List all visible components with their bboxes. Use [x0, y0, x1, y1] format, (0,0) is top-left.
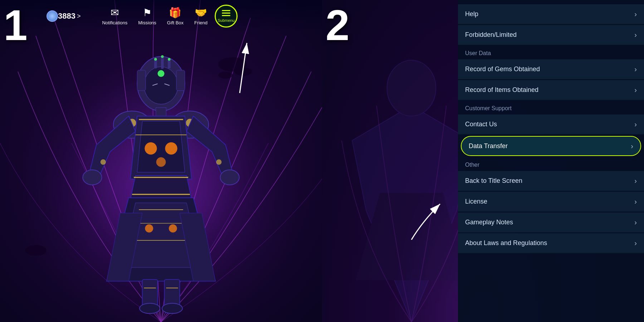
- menu-panel: Help › Forbidden/Limited › User Data Rec…: [458, 0, 644, 322]
- record-gems-arrow: ›: [634, 65, 637, 73]
- svg-rect-12: [176, 70, 185, 91]
- svg-point-34: [169, 224, 177, 233]
- currency-amount: 3883: [58, 11, 75, 21]
- friend-icon: 🤝: [195, 7, 207, 19]
- menu-item-back-to-title[interactable]: Back to Title Screen ›: [458, 171, 644, 191]
- arrow-to-submenu: [186, 29, 258, 100]
- submenu-label: Submenu: [218, 18, 234, 23]
- forbidden-label: Forbidden/Limited: [465, 31, 517, 39]
- gameplay-notes-arrow: ›: [634, 218, 637, 226]
- gift-box-label: Gift Box: [167, 20, 184, 25]
- svg-point-31: [216, 159, 221, 165]
- menu-item-contact-us[interactable]: Contact Us ›: [458, 114, 644, 135]
- contact-us-label: Contact Us: [465, 121, 497, 128]
- missions-icon: ⚑: [143, 7, 152, 19]
- svg-point-4: [25, 245, 47, 256]
- nav-friend[interactable]: 🤝 Friend: [194, 7, 208, 25]
- svg-point-29: [101, 159, 106, 165]
- gameplay-notes-label: Gameplay Notes: [465, 219, 513, 226]
- contact-us-arrow: ›: [634, 120, 637, 128]
- record-gems-label: Record of Gems Obtained: [465, 65, 540, 73]
- section-other: Other: [458, 157, 644, 170]
- menu-item-data-transfer[interactable]: Data Transfer ›: [461, 136, 641, 156]
- notifications-icon: ✉: [111, 7, 119, 19]
- about-laws-label: About Laws and Regulations: [465, 239, 547, 247]
- step-number-1: 1: [4, 4, 28, 47]
- left-panel: 1: [0, 0, 322, 322]
- menu-item-record-items[interactable]: Record of Items Obtained ›: [458, 80, 644, 100]
- svg-point-32: [220, 170, 239, 185]
- svg-point-27: [165, 142, 177, 155]
- menu-item-record-gems[interactable]: Record of Gems Obtained ›: [458, 59, 644, 79]
- svg-rect-21: [156, 108, 166, 116]
- friend-label: Friend: [194, 20, 208, 25]
- menu-item-help[interactable]: Help ›: [458, 4, 644, 24]
- help-label: Help: [465, 10, 478, 18]
- svg-point-16: [154, 58, 157, 61]
- forbidden-arrow: ›: [634, 31, 637, 39]
- notifications-label: Notifications: [102, 20, 127, 25]
- data-transfer-label: Data Transfer: [469, 142, 508, 150]
- license-arrow: ›: [634, 197, 637, 206]
- svg-rect-35: [142, 279, 158, 307]
- record-items-arrow: ›: [634, 86, 637, 94]
- nav-gift-box[interactable]: 🎁 Gift Box: [167, 7, 184, 25]
- help-arrow: ›: [634, 10, 637, 18]
- svg-line-6: [240, 43, 247, 93]
- about-laws-arrow: ›: [634, 239, 637, 247]
- back-to-title-arrow: ›: [634, 177, 637, 185]
- menu-item-forbidden[interactable]: Forbidden/Limited ›: [458, 25, 644, 45]
- svg-point-40: [387, 60, 436, 116]
- license-label: License: [465, 198, 487, 205]
- svg-point-38: [162, 303, 182, 314]
- menu-item-gameplay-notes[interactable]: Gameplay Notes ›: [458, 213, 644, 233]
- svg-point-33: [145, 224, 153, 233]
- svg-rect-36: [165, 279, 180, 307]
- svg-point-30: [83, 170, 102, 185]
- section-user-data: User Data: [458, 46, 644, 59]
- record-items-label: Record of Items Obtained: [465, 86, 538, 94]
- gift-box-icon: 🎁: [169, 7, 181, 19]
- nav-notifications[interactable]: ✉ Notifications: [102, 7, 127, 25]
- svg-point-37: [140, 303, 160, 314]
- missions-label: Missions: [138, 20, 156, 25]
- submenu-button[interactable]: Submenu: [215, 5, 238, 28]
- svg-point-28: [156, 157, 166, 167]
- svg-rect-11: [137, 70, 146, 91]
- svg-point-18: [168, 58, 171, 61]
- svg-point-17: [161, 55, 164, 58]
- data-transfer-arrow: ›: [631, 142, 633, 150]
- top-bar: 3883 > ✉ Notifications ⚑ Missions 🎁 Gift…: [0, 0, 322, 32]
- menu-item-about-laws[interactable]: About Laws and Regulations ›: [458, 233, 644, 253]
- submenu-bar-1: [222, 10, 230, 11]
- right-panel: 2 Help › Forbidden/Limited › User Da: [322, 0, 644, 322]
- currency-arrow[interactable]: >: [77, 13, 81, 20]
- nav-missions[interactable]: ⚑ Missions: [138, 7, 156, 25]
- menu-item-license[interactable]: License ›: [458, 192, 644, 212]
- back-to-title-label: Back to Title Screen: [465, 177, 522, 185]
- nav-icons: ✉ Notifications ⚑ Missions 🎁 Gift Box 🤝 …: [102, 7, 208, 25]
- svg-point-10: [157, 70, 164, 77]
- arrow-to-data-transfer: [394, 186, 458, 243]
- submenu-bar-3: [222, 15, 230, 16]
- svg-point-26: [145, 142, 157, 155]
- submenu-bar-2: [222, 13, 230, 14]
- gem-icon: [47, 10, 58, 22]
- step-number-2: 2: [326, 4, 350, 47]
- section-customer-support: Customer Support: [458, 101, 644, 114]
